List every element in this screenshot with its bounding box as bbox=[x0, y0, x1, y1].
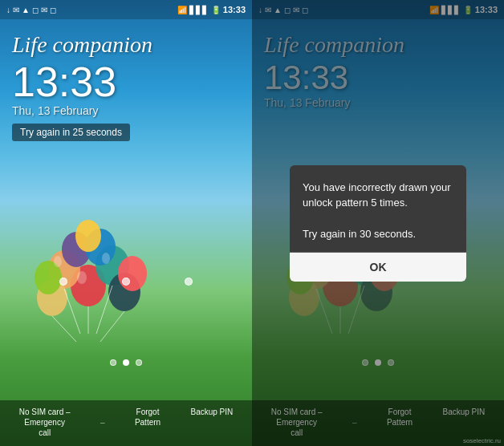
backup-pin-button[interactable]: Backup PIN bbox=[190, 407, 233, 438]
dialog-message-1: You have incorrectly drawn your unlock p… bbox=[303, 180, 453, 211]
phone-screen-2: ↓ ✉ ▲ ◻ ✉ ◻ 📶 ▋▋▋ 🔋 13:33 Life companion… bbox=[252, 0, 504, 446]
wifi-icon: 📶 bbox=[177, 6, 187, 14]
status-icons-right: 📶 ▋▋▋ 🔋 13:33 bbox=[177, 5, 246, 14]
life-companion-1: Life companion bbox=[12, 32, 240, 58]
pattern-dot bbox=[185, 278, 193, 286]
dialog-message-2: Try again in 30 seconds. bbox=[303, 226, 453, 242]
pattern-dot bbox=[122, 278, 130, 286]
svg-line-13 bbox=[52, 316, 76, 342]
alert-icon: ▲ bbox=[22, 6, 30, 14]
divider: – bbox=[100, 418, 105, 427]
forgot-pattern-button[interactable]: Forgot Pattern bbox=[135, 407, 161, 438]
status-time-1: 13:33 bbox=[223, 5, 246, 14]
page-dot bbox=[110, 359, 116, 366]
page-indicators-1 bbox=[0, 359, 252, 366]
status-bar-1: ↓ ✉ ▲ ◻ ✉ ◻ 📶 ▋▋▋ 🔋 13:33 bbox=[0, 0, 252, 19]
dialog-body: You have incorrectly drawn your unlock p… bbox=[290, 165, 466, 252]
date-1: Thu, 13 February bbox=[12, 104, 240, 117]
bottom-actions-1: No SIM card – Emergency call – Forgot Pa… bbox=[0, 400, 252, 446]
svg-point-16 bbox=[54, 256, 62, 267]
msg-icon: ✉ bbox=[41, 6, 47, 14]
email-icon: ✉ bbox=[13, 6, 19, 14]
pattern-dot bbox=[59, 278, 67, 286]
apps2-icon: ◻ bbox=[50, 6, 56, 14]
dialog-overlay: You have incorrectly drawn your unlock p… bbox=[252, 0, 504, 446]
download-icon: ↓ bbox=[6, 6, 10, 14]
signal-icon: ▋▋▋ bbox=[189, 6, 209, 14]
svg-point-17 bbox=[102, 253, 110, 264]
page-dot bbox=[136, 359, 142, 366]
battery-icon: 🔋 bbox=[211, 6, 221, 14]
status-icons-left: ↓ ✉ ▲ ◻ ✉ ◻ bbox=[6, 6, 56, 14]
pattern-dots-1 bbox=[0, 278, 252, 286]
apps-icon: ◻ bbox=[32, 6, 39, 14]
svg-point-9 bbox=[75, 220, 101, 252]
svg-line-14 bbox=[100, 311, 124, 342]
svg-point-8 bbox=[118, 256, 147, 291]
clock-1: 13:33 bbox=[12, 61, 240, 103]
page-dot-active bbox=[123, 359, 129, 366]
lock-content-1: Life companion 13:33 Thu, 13 February Tr… bbox=[0, 24, 252, 149]
phone-screen-1: ↓ ✉ ▲ ◻ ✉ ◻ 📶 ▋▋▋ 🔋 13:33 Life companion… bbox=[0, 0, 252, 446]
no-sim-emergency-button[interactable]: No SIM card – Emergency call bbox=[19, 407, 71, 438]
watermark: soselectric.ru bbox=[463, 437, 501, 444]
try-again-banner: Try again in 25 seconds bbox=[12, 124, 130, 141]
dialog-ok-button[interactable]: OK bbox=[290, 253, 466, 282]
error-dialog: You have incorrectly drawn your unlock p… bbox=[290, 165, 466, 282]
